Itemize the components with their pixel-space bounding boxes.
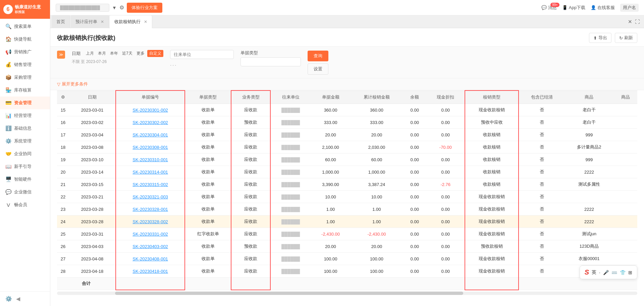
cell-voucher-type: 收款单 [185, 253, 231, 265]
col-include-settled: 包含已结清 [519, 90, 565, 104]
watermark-grid-icon[interactable]: ⊞ [628, 270, 632, 275]
voucher-no-link[interactable]: SK-20230315-002 [132, 182, 168, 187]
voucher-no-link[interactable]: SK-20230321-003 [132, 194, 168, 199]
sidebar-item-label-marketing: 营销推广 [14, 49, 32, 55]
tabbar-close-btn[interactable]: ✕ [628, 19, 632, 25]
table-row: 23 2023-03-28 SK-20230328-001 收款单 应收款 ██… [57, 203, 637, 216]
cell-amount: 60.00 [311, 154, 350, 166]
expand-label: 展开更多条件 [62, 81, 88, 87]
sidebar-item-enterprise[interactable]: 🤝企业协同 [0, 147, 50, 160]
expand-more-btn[interactable]: ▽ 展开更多条件 [57, 80, 88, 88]
voucher-no-link[interactable]: SK-20230310-001 [132, 157, 168, 162]
query-btn[interactable]: 查询 [308, 51, 328, 61]
voucher-no-link[interactable]: SK-20230314-001 [132, 170, 168, 175]
cell-cash-discount: 0.00 [426, 191, 465, 203]
topbar-gear-icon[interactable]: ⚙ [119, 4, 124, 11]
voucher-no-link[interactable]: SK-20230418-001 [132, 269, 168, 274]
topbar-app-download[interactable]: 📱 App下载 [562, 5, 585, 11]
sidebar-item-purchase[interactable]: 📦采购管理 [0, 71, 50, 84]
cell-product2 [614, 116, 637, 129]
cell-cash-discount: 0.00 [426, 228, 465, 240]
voucher-no-link[interactable]: SK-20230308-001 [132, 145, 168, 150]
topbar-user[interactable]: 用户名 [620, 4, 639, 12]
tab-collection-verify[interactable]: 收款核销执行 ✕ [110, 15, 152, 28]
sidebar-item-basic-info[interactable]: ℹ️基础信息 [0, 122, 50, 135]
cell-verify-type: 收款核销 [465, 154, 519, 166]
sidebar-item-inventory[interactable]: 🏪库存核算 [0, 84, 50, 97]
sidebar-item-sales[interactable]: 💰销售管理 [0, 58, 50, 71]
filter-more-btn[interactable]: 更多 [135, 50, 146, 57]
tab-collection-verify-close[interactable]: ✕ [144, 19, 147, 24]
cell-cash-discount: 0.00 [426, 203, 465, 216]
filter-this-year-btn[interactable]: 本年 [109, 50, 119, 57]
export-btn[interactable]: ⬆ 导出 [589, 33, 611, 43]
sidebar-item-label-sales: 销售管理 [14, 62, 32, 68]
cell-biz-type: 应收款 [231, 166, 270, 178]
cell-voucher-no: SK-20230408-001 [116, 253, 185, 265]
voucher-no-link[interactable]: SK-20230328-002 [132, 219, 168, 224]
tabbar-fullscreen-btn[interactable]: ⛶ [635, 19, 640, 24]
filter-toggle-btn[interactable]: ≫ [57, 51, 65, 59]
cell-verify-type: 收款核销 [465, 166, 519, 178]
refresh-btn[interactable]: ↻ 刷新 [615, 33, 637, 43]
filter-7days-btn[interactable]: 近7天 [121, 50, 134, 57]
sidebar-item-guide[interactable]: 📖新手引导 [0, 160, 50, 173]
voucher-no-link[interactable]: SK-20230331-002 [132, 232, 168, 237]
cell-voucher-type: 收款单 [185, 154, 231, 166]
sidebar-item-search[interactable]: 🔍搜索菜单 [0, 20, 50, 33]
counterpart-input[interactable] [170, 50, 234, 59]
col-gear[interactable]: ⚙ [57, 90, 69, 104]
filter-settings-btn[interactable]: 设置 [308, 63, 328, 75]
message-badge: 99+ [550, 3, 559, 7]
voucher-type-select[interactable] [240, 57, 301, 66]
watermark-dot: · [599, 270, 600, 275]
sidebar-item-wechat[interactable]: 💬企业微信 [0, 186, 50, 198]
voucher-no-link[interactable]: SK-20230408-001 [132, 256, 168, 261]
filter-last-month-btn[interactable]: 上月 [85, 50, 95, 57]
sidebar-item-marketing[interactable]: 📢营销推广 [0, 46, 50, 58]
watermark-keyboard-icon[interactable]: ⌨️ [611, 270, 617, 275]
voucher-no-link[interactable]: SK-20230301-002 [132, 108, 168, 113]
cell-product2 [614, 104, 637, 116]
sidebar-item-icon-search: 🔍 [5, 23, 11, 29]
watermark-mic-icon[interactable]: 🎤 [603, 270, 609, 275]
filter-custom-btn[interactable]: 自定义 [147, 50, 163, 57]
collapse-icon[interactable]: ◀ [16, 296, 20, 302]
voucher-no-link[interactable]: SK-20230328-001 [132, 207, 168, 212]
cell-product1: 老白干 [565, 116, 614, 129]
watermark-shirt-icon[interactable]: 👕 [620, 270, 626, 275]
voucher-no-link[interactable]: SK-20230403-002 [132, 244, 168, 249]
settings-icon[interactable]: ⚙️ [5, 296, 12, 302]
cell-voucher-type: 收款单 [185, 178, 231, 191]
sidebar-item-label-wechat: 企业微信 [14, 189, 32, 195]
cell-product2 [614, 166, 637, 178]
voucher-no-link[interactable]: SK-20230302-002 [132, 120, 168, 125]
gear-icon: ⚙ [61, 95, 65, 100]
sidebar-item-operations[interactable]: 📊经营管理 [0, 109, 50, 122]
topbar-dropdown-btn[interactable]: ▼ [112, 5, 117, 10]
filter-this-month-btn[interactable]: 本月 [97, 50, 107, 57]
voucher-no-link[interactable]: SK-20230304-001 [132, 132, 168, 137]
cell-balance: 0.00 [403, 178, 426, 191]
main-table: ⚙ 日期 单据编号 单据类型 业务类型 往来单位 单据金额 累计核销金额 余额 … [57, 90, 637, 290]
sidebar-item-member[interactable]: V畅会员 [0, 198, 50, 211]
sidebar-item-finance[interactable]: 💳资金管理 [0, 97, 50, 109]
tab-advance-payment-close[interactable]: ✕ [101, 19, 104, 24]
table-row: 17 2023-03-04 SK-20230304-001 收款单 应收款 ██… [57, 129, 637, 141]
topbar-message[interactable]: 💬 消息 99+ [541, 5, 557, 11]
tab-advance-payment[interactable]: 预计应付单 ✕ [71, 15, 109, 28]
cell-voucher-type: 收款单 [185, 216, 231, 228]
sidebar-item-system[interactable]: ⚙️系统管理 [0, 135, 50, 147]
footer-voucher-type [185, 278, 231, 290]
topbar-online-service[interactable]: 👤 在线客服 [591, 5, 615, 11]
sidebar-item-hardware[interactable]: 🖥️智能硬件 [0, 173, 50, 186]
industry-solution-btn[interactable]: 体验行业方案 [127, 3, 162, 13]
table-scrollbar[interactable] [57, 292, 637, 295]
cell-num: 20 [57, 166, 69, 178]
cell-product1: 测试多属性 [565, 178, 614, 191]
col-verify-type: 核销类型 [465, 90, 519, 104]
cell-verified-amount: 20.00 [351, 240, 403, 253]
cell-date: 2023-04-18 [69, 265, 116, 278]
sidebar-item-quick-nav[interactable]: 🏠快捷导航 [0, 33, 50, 46]
tab-home[interactable]: 首页 [52, 15, 70, 28]
